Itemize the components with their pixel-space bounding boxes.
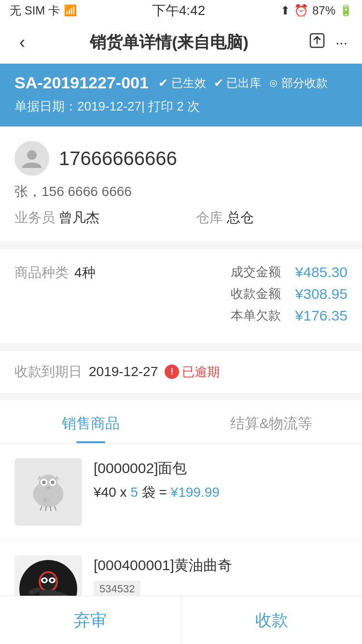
page-title: 销货单详情(来自电脑) (90, 31, 249, 54)
alarm-icon: ⏰ (294, 4, 308, 17)
received-label: 收款金额 (231, 285, 281, 302)
svg-line-13 (46, 507, 46, 511)
received-amount: ¥308.95 (295, 286, 348, 302)
warehouse-label: 仓库 (196, 209, 223, 227)
customer-name: 张，156 6666 6666 (14, 182, 348, 201)
due-label: 收款到期日 (14, 363, 82, 381)
wifi-icon: 📶 (64, 4, 77, 17)
svg-line-12 (41, 507, 42, 510)
overdue-text: 已逾期 (182, 364, 220, 380)
due-section: 收款到期日 2019-12-27 ! 已逾期 (0, 351, 362, 392)
tab-settlement-logistics[interactable]: 结算&物流等 (181, 400, 362, 443)
category-label: 商品种类 (14, 264, 69, 282)
svg-point-23 (43, 579, 46, 582)
location-icon: ⬆ (280, 4, 290, 17)
svg-point-7 (42, 481, 45, 484)
due-date: 2019-12-27 (89, 364, 158, 379)
svg-point-2 (27, 150, 37, 160)
summary-section: 商品种类 4种 成交金额 ¥485.30 收款金额 ¥308.95 本单欠款 ¥… (0, 249, 362, 343)
product-total-1: ¥199.99 (171, 485, 220, 500)
product-info-1: [0000002]面包 ¥40 x 5 袋 = ¥199.99 (94, 458, 348, 502)
customer-section: 17666666666 张，156 6666 6666 业务员 曾凡杰 仓库 总… (0, 126, 362, 241)
order-date: 单据日期：2019-12-27| 打印 2 次 (14, 98, 348, 115)
more-button[interactable]: ··· (335, 34, 348, 51)
back-button[interactable]: ‹ (14, 28, 30, 57)
cancel-review-button[interactable]: 弃审 (0, 596, 181, 644)
category-count: 4种 (74, 264, 96, 282)
product-thumbnail-1: 量+ (14, 458, 82, 526)
status-left: 无 SIM 卡 📶 (10, 3, 77, 18)
tabs-header: 销售商品 结算&物流等 (0, 400, 362, 444)
status-right: ⬆ ⏰ 87% 🔋 (280, 4, 352, 17)
badge-partial-payment: ⊙ 部分收款 (269, 75, 328, 91)
bottom-bar: 弃审 收款 (0, 596, 362, 644)
product-batch-2: 534532 (94, 581, 140, 597)
status-time: 下午4:42 (152, 1, 206, 20)
share-button[interactable] (308, 32, 326, 53)
deal-amount-label: 成交金额 (231, 264, 281, 280)
summary-left: 商品种类 4种 (14, 264, 96, 284)
battery-label: 87% (312, 4, 335, 17)
status-badges: ✔ 已生效 ✔ 已出库 ⊙ 部分收款 (158, 75, 328, 91)
nav-actions: ··· (308, 32, 348, 53)
overdue-badge: ! 已逾期 (165, 364, 220, 380)
battery-icon: 🔋 (339, 4, 352, 17)
debt-amount: ¥176.35 (295, 308, 348, 324)
warehouse-name: 总仓 (227, 209, 254, 227)
collect-payment-button[interactable]: 收款 (181, 596, 362, 644)
svg-point-24 (51, 579, 54, 582)
customer-phone: 17666666666 (59, 148, 177, 169)
carrier-label: 无 SIM 卡 (10, 3, 60, 18)
order-id: SA-20191227-001 (14, 73, 149, 92)
product-price-1: ¥40 x 5 袋 = ¥199.99 (94, 483, 348, 502)
svg-text:量+: 量+ (43, 498, 50, 503)
deal-amount: ¥485.30 (295, 264, 348, 280)
order-header: SA-20191227-001 ✔ 已生效 ✔ 已出库 ⊙ 部分收款 单据日期：… (0, 64, 362, 126)
product-name-2: [000400001]黄油曲奇 (94, 555, 348, 575)
badge-effective: ✔ 已生效 (158, 75, 206, 91)
svg-line-15 (55, 507, 56, 510)
tab-sales-products[interactable]: 销售商品 (0, 400, 181, 443)
product-qty-1: 5 (130, 485, 138, 500)
staff-label: 业务员 (14, 209, 55, 227)
customer-meta: 业务员 曾凡杰 仓库 总仓 (14, 209, 348, 227)
svg-point-8 (51, 481, 54, 484)
table-row: 量+ [0000002]面包 ¥40 x 5 袋 = ¥199.99 (0, 444, 362, 541)
nav-bar: ‹ 销货单详情(来自电脑) ··· (0, 21, 362, 64)
badge-shipped: ✔ 已出库 (214, 75, 262, 91)
summary-right: 成交金额 ¥485.30 收款金额 ¥308.95 本单欠款 ¥176.35 (231, 264, 348, 329)
overdue-icon: ! (165, 364, 179, 379)
svg-line-14 (51, 507, 51, 511)
avatar (14, 141, 49, 176)
product-name-1: [0000002]面包 (94, 458, 348, 478)
debt-label: 本单欠款 (231, 307, 281, 324)
status-bar: 无 SIM 卡 📶 下午4:42 ⬆ ⏰ 87% 🔋 (0, 0, 362, 21)
staff-name: 曾凡杰 (59, 209, 99, 227)
